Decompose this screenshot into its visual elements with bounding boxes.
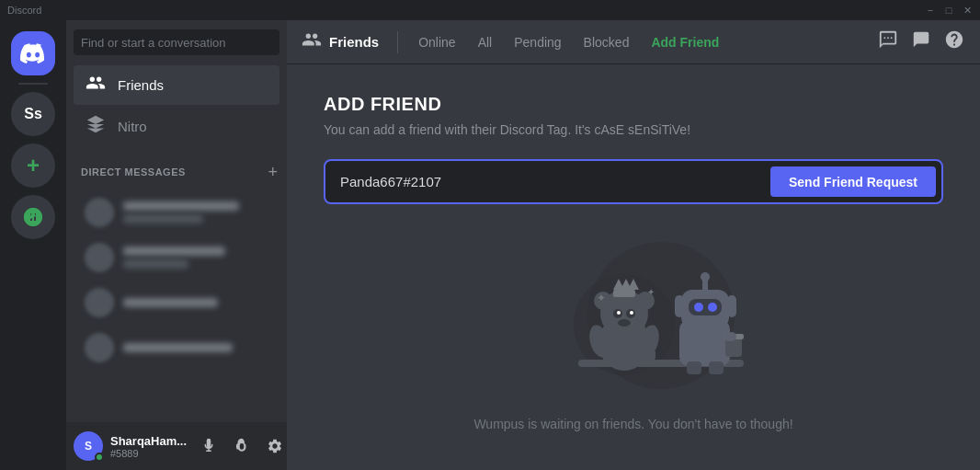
svg-point-17 bbox=[630, 311, 633, 315]
user-controls bbox=[194, 431, 290, 461]
top-nav-actions bbox=[877, 29, 965, 54]
svg-rect-32 bbox=[727, 295, 736, 317]
avatar bbox=[85, 288, 114, 317]
svg-point-31 bbox=[701, 272, 710, 281]
search-input[interactable] bbox=[74, 29, 279, 55]
tab-add-friend[interactable]: Add Friend bbox=[642, 31, 728, 53]
app-body: Ss + Friends Nitro DIRECT MESSAGES + bbox=[0, 20, 980, 470]
svg-point-0 bbox=[887, 37, 889, 39]
nav-divider bbox=[397, 31, 398, 53]
inbox-icon[interactable] bbox=[910, 29, 932, 54]
svg-text:✦: ✦ bbox=[597, 292, 606, 304]
settings-button[interactable] bbox=[260, 431, 290, 461]
help-icon[interactable] bbox=[943, 29, 965, 54]
channel-list: Friends Nitro DIRECT MESSAGES + bbox=[66, 20, 287, 470]
avatar bbox=[85, 198, 114, 227]
nav-title: Friends bbox=[329, 34, 379, 50]
avatar: S bbox=[74, 431, 103, 461]
wumpus-illustration: ✦ ✦ bbox=[477, 214, 790, 402]
dm-info bbox=[123, 298, 268, 307]
add-friend-title: ADD FRIEND bbox=[324, 94, 943, 115]
svg-point-28 bbox=[694, 303, 703, 312]
svg-point-18 bbox=[618, 319, 631, 327]
server-divider bbox=[18, 83, 48, 85]
dm-section-label: DIRECT MESSAGES bbox=[81, 166, 186, 178]
minimize-button[interactable]: − bbox=[925, 5, 936, 16]
titlebar: Discord − □ ✕ bbox=[0, 0, 980, 20]
svg-point-2 bbox=[891, 37, 893, 39]
svg-rect-37 bbox=[687, 361, 701, 374]
dm-info bbox=[123, 246, 268, 269]
app-title: Discord bbox=[7, 5, 41, 16]
maximize-button[interactable]: □ bbox=[943, 5, 954, 16]
dm-status bbox=[123, 214, 203, 224]
sidebar-nitro-label: Nitro bbox=[118, 119, 147, 134]
svg-text:✦: ✦ bbox=[647, 287, 655, 297]
sidebar-item-friends[interactable]: Friends bbox=[74, 65, 279, 105]
dm-name bbox=[123, 298, 218, 307]
mute-button[interactable] bbox=[194, 431, 223, 461]
deafen-button[interactable] bbox=[227, 431, 256, 461]
server-list: Ss + bbox=[0, 20, 66, 470]
status-dot bbox=[95, 453, 104, 462]
add-server-button[interactable]: + bbox=[11, 143, 55, 188]
friends-nav-icon bbox=[302, 29, 322, 54]
send-friend-request-button[interactable]: Send Friend Request bbox=[770, 166, 936, 197]
user-panel: S SharqaHam... #5889 bbox=[66, 422, 287, 470]
svg-rect-33 bbox=[675, 295, 684, 317]
server-icon-ss[interactable]: Ss bbox=[11, 92, 55, 136]
list-item[interactable] bbox=[74, 235, 279, 280]
tab-all[interactable]: All bbox=[469, 31, 502, 53]
svg-rect-38 bbox=[709, 361, 724, 374]
list-item[interactable] bbox=[74, 281, 279, 325]
dm-status bbox=[123, 259, 188, 269]
add-friend-content: ADD FRIEND You can add a friend with the… bbox=[287, 64, 980, 470]
dm-section-header: DIRECT MESSAGES + bbox=[66, 147, 287, 186]
tab-pending[interactable]: Pending bbox=[505, 31, 570, 53]
dm-name bbox=[123, 246, 225, 256]
friends-icon bbox=[85, 73, 107, 97]
dm-info bbox=[123, 201, 268, 224]
search-bar bbox=[66, 20, 287, 64]
sidebar-item-nitro[interactable]: Nitro bbox=[74, 107, 279, 146]
dm-name bbox=[123, 201, 239, 211]
window-controls: − □ ✕ bbox=[925, 5, 973, 16]
avatar bbox=[85, 243, 114, 272]
svg-point-1 bbox=[883, 37, 885, 39]
avatar bbox=[85, 333, 114, 362]
main-content: Friends Online All Pending Blocked Add F… bbox=[287, 20, 980, 470]
svg-point-16 bbox=[617, 311, 621, 315]
list-item[interactable] bbox=[74, 326, 279, 370]
wumpus-caption: Wumpus is waiting on friends. You don't … bbox=[473, 417, 792, 431]
discord-home-icon[interactable] bbox=[11, 31, 55, 75]
explore-button[interactable] bbox=[11, 195, 55, 239]
wumpus-area: ✦ ✦ bbox=[324, 204, 943, 441]
dm-name bbox=[123, 343, 233, 352]
dm-info bbox=[123, 343, 268, 352]
add-dm-button[interactable]: + bbox=[266, 162, 279, 182]
close-button[interactable]: ✕ bbox=[962, 5, 973, 16]
list-item[interactable] bbox=[74, 190, 279, 235]
user-info: SharqaHam... #5889 bbox=[110, 434, 187, 459]
svg-rect-36 bbox=[724, 332, 736, 341]
new-group-dm-icon[interactable] bbox=[877, 29, 899, 54]
tab-blocked[interactable]: Blocked bbox=[575, 31, 639, 53]
svg-rect-10 bbox=[613, 290, 635, 297]
sidebar-friends-label: Friends bbox=[118, 77, 164, 93]
username: SharqaHam... bbox=[110, 434, 187, 448]
dm-list bbox=[66, 186, 287, 422]
add-friend-description: You can add a friend with their Discord … bbox=[324, 122, 943, 137]
add-friend-form: Send Friend Request bbox=[324, 159, 943, 204]
tab-online[interactable]: Online bbox=[409, 31, 464, 53]
top-nav: Friends Online All Pending Blocked Add F… bbox=[287, 20, 980, 64]
nitro-icon bbox=[85, 114, 107, 139]
svg-point-29 bbox=[708, 303, 717, 312]
user-tag: #5889 bbox=[110, 448, 187, 459]
add-friend-input[interactable] bbox=[325, 161, 765, 202]
